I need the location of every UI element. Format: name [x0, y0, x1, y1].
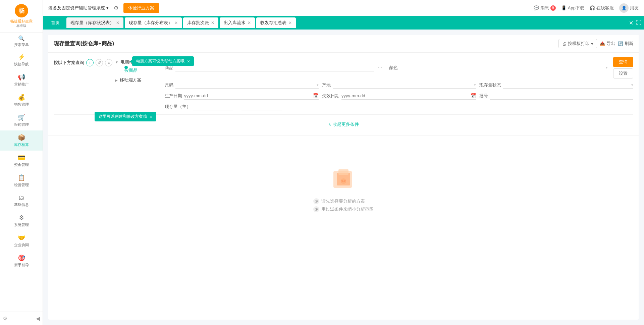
- goods-more-icon[interactable]: ···: [376, 65, 383, 71]
- page-actions: 🖨 按模板打印 ▾ 📤 导出 🔄 刷新: [558, 39, 633, 48]
- collapse-up-icon: ∧: [328, 122, 331, 127]
- mobile-scheme-header[interactable]: ▶ 移动端方案: [115, 76, 162, 85]
- connector-dot: [124, 66, 128, 69]
- gear-button[interactable]: ⚙: [111, 3, 121, 13]
- tab-bar-right: ✕ ⛶: [629, 20, 641, 26]
- tab-batch-ledger-close[interactable]: ✕: [211, 20, 214, 25]
- system-label: 系统管理: [14, 222, 29, 227]
- hint-2-text: 用过滤条件来缩小分析范围: [321, 206, 374, 212]
- color-select[interactable]: ▾: [400, 64, 608, 71]
- sidebar-item-system[interactable]: ⚙ 系统管理: [0, 211, 43, 231]
- basic-info-icon: 🗂: [18, 194, 24, 201]
- stock-main-label: 现存量（主）: [165, 104, 191, 110]
- origin-select[interactable]: ▾: [333, 82, 476, 89]
- scheme-edit-tooltip: 这里可以创建和修改方案哦 ×: [95, 112, 156, 121]
- tab-in-out-flow-close[interactable]: ✕: [248, 20, 251, 25]
- maximize-tab-action[interactable]: ⛶: [636, 20, 641, 26]
- print-button[interactable]: 🖨 按模板打印 ▾: [558, 39, 597, 48]
- mobile-scheme-label: 移动端方案: [120, 77, 142, 83]
- system-icon: ⚙: [19, 214, 24, 221]
- empty-illustration: [328, 163, 359, 193]
- system-name-dropdown[interactable]: 装备及固定资产辅助管理系统 ▾: [48, 5, 109, 11]
- size-select[interactable]: ▾: [175, 82, 319, 89]
- industry-button[interactable]: 体验行业方案: [123, 3, 159, 13]
- sidebar-item-operations[interactable]: 📋 经营管理: [0, 171, 43, 191]
- tab-inventory-status-close[interactable]: ✕: [116, 20, 119, 25]
- sidebar-search[interactable]: 🔍 搜索菜单: [0, 33, 43, 50]
- message-icon: 💬: [534, 5, 539, 10]
- online-support-icon: 🎧: [590, 5, 595, 10]
- purchase-label: 采购管理: [14, 122, 29, 127]
- scheme-tooltip-close[interactable]: ×: [187, 59, 190, 64]
- message-action[interactable]: 💬 消息 9: [534, 5, 556, 11]
- dropdown-arrow-icon: ▾: [106, 5, 109, 10]
- tab-home[interactable]: 首页: [46, 16, 65, 30]
- newbie-label: 新手引导: [14, 263, 29, 268]
- sidebar-item-basic-info[interactable]: 🗂 基础信息: [0, 191, 43, 211]
- desktop-scheme-item-0[interactable]: 按商品: [122, 66, 162, 74]
- export-button[interactable]: 📤 导出: [600, 41, 615, 47]
- sidebar-item-marketing[interactable]: 📢 营销推广: [0, 70, 43, 90]
- origin-arrow-icon: ▾: [474, 83, 476, 87]
- stock-main-from-input[interactable]: [193, 103, 233, 110]
- enterprise-label: 企业协同: [14, 242, 29, 248]
- tab-inventory-status[interactable]: 现存量（库存状况表） ✕: [66, 17, 123, 28]
- stock-status-select[interactable]: ▾: [503, 82, 633, 89]
- scheme-edit-tooltip-close[interactable]: ×: [150, 114, 152, 119]
- tab-inventory-dist[interactable]: 现存量（库存分布表） ✕: [125, 17, 182, 28]
- sidebar-item-sales[interactable]: 💰 销售管理: [0, 90, 43, 110]
- batch-input[interactable]: [490, 92, 633, 100]
- produce-date-input[interactable]: [184, 93, 313, 98]
- sidebar-item-enterprise[interactable]: 🤝 企业协同: [0, 231, 43, 251]
- color-label: 颜色: [389, 65, 398, 71]
- message-label: 消息: [540, 5, 549, 11]
- online-support-action[interactable]: 🎧 在线客服: [590, 5, 614, 11]
- empty-icon: [328, 163, 359, 193]
- color-select-arrow: ▾: [606, 65, 608, 70]
- tab-inventory-status-label: 现存量（库存状况表）: [70, 20, 114, 26]
- expire-date-label: 失效日期: [322, 93, 339, 99]
- filter-add-button[interactable]: +: [86, 59, 94, 66]
- reset-button[interactable]: 设置: [613, 68, 633, 78]
- finance-icon: 💳: [18, 154, 25, 161]
- app-download-action[interactable]: 📱 App下载: [561, 5, 584, 11]
- produce-date-calendar-icon[interactable]: 📅: [313, 93, 319, 98]
- sidebar-item-purchase[interactable]: 🛒 采购管理: [0, 110, 43, 130]
- sidebar-item-newbie[interactable]: 🎯 新手引导: [0, 251, 43, 271]
- sidebar-item-finance[interactable]: 💳 资金管理: [0, 151, 43, 171]
- settings-footer-btn[interactable]: ⚙: [3, 315, 7, 322]
- sidebar-item-quick-nav[interactable]: ⚡ 快捷导航: [0, 50, 43, 70]
- filter-refresh-button[interactable]: ↺: [96, 59, 103, 66]
- scheme-edit-tooltip-text: 这里可以创建和修改方案哦: [99, 114, 147, 119]
- tab-receive-summary-close[interactable]: ✕: [288, 20, 292, 25]
- tab-batch-ledger[interactable]: 库存批次账 ✕: [183, 17, 218, 28]
- purchase-icon: 🛒: [18, 114, 25, 121]
- close-all-tab-action[interactable]: ✕: [629, 20, 633, 26]
- user-action[interactable]: 👤 用友: [619, 3, 639, 13]
- sidebar-item-inventory[interactable]: 📦 库存核算: [0, 130, 43, 151]
- quick-nav-icon: ⚡: [18, 53, 25, 61]
- goods-input[interactable]: [175, 64, 374, 71]
- page-content: 现存量查询(按仓库+商品) 🖨 按模板打印 ▾ 📤 导出 🔄: [43, 30, 644, 325]
- tab-in-out-flow[interactable]: 出入库流水 ✕: [220, 17, 255, 28]
- refresh-button[interactable]: 🔄 刷新: [618, 41, 633, 47]
- search-button[interactable]: 查询: [613, 57, 633, 67]
- logo-text: 畅捷通好生意: [10, 19, 33, 23]
- finance-label: 资金管理: [14, 162, 29, 167]
- tab-inventory-dist-close[interactable]: ✕: [174, 20, 178, 25]
- desktop-scheme-items: 按商品: [115, 66, 162, 74]
- inventory-icon: 📦: [18, 134, 25, 141]
- expire-date-calendar-icon[interactable]: 📅: [470, 93, 476, 98]
- sidebar-footer: ⚙ ◀: [0, 312, 43, 325]
- operations-icon: 📋: [18, 174, 25, 181]
- marketing-label: 营销推广: [14, 82, 29, 87]
- stock-main-to-input[interactable]: [241, 103, 282, 110]
- collapse-footer-btn[interactable]: ◀: [36, 315, 40, 322]
- scheme-tooltip-text: 电脑方案可设为移动方案哦: [136, 58, 184, 64]
- page-header: 现存量查询(按仓库+商品) 🖨 按模板打印 ▾ 📤 导出 🔄: [48, 35, 639, 53]
- filter-back-button[interactable]: «: [105, 59, 112, 66]
- page-inner: 现存量查询(按仓库+商品) 🖨 按模板打印 ▾ 📤 导出 🔄: [48, 35, 639, 320]
- expire-date-input[interactable]: [341, 93, 470, 98]
- newbie-icon: 🎯: [18, 254, 25, 262]
- tab-receive-summary[interactable]: 收发存汇总表 ✕: [256, 17, 296, 28]
